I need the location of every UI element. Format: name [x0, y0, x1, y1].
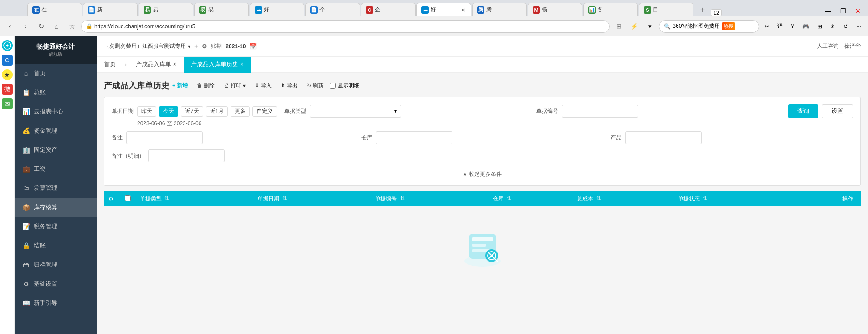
col-type[interactable]: 单据类型 ⇅ — [135, 191, 253, 206]
settings-button[interactable]: 设置 — [822, 104, 853, 118]
print-dropdown[interactable]: ▾ — [243, 82, 246, 89]
col-status-sort[interactable]: ⇅ — [703, 195, 707, 202]
company-selector[interactable]: （勿删勿禁用）江西服宝测试专用 ▾ — [104, 42, 190, 50]
grid-icon[interactable]: ⊞ — [815, 22, 825, 31]
number-input[interactable] — [562, 105, 638, 118]
game-icon[interactable]: 🎮 — [800, 22, 812, 31]
add-button[interactable]: + 新增 — [169, 81, 190, 91]
col-status[interactable]: 单据状态 ⇅ — [673, 191, 791, 206]
tab-4[interactable]: 易 易 — [194, 3, 249, 16]
star-button[interactable]: ☆ — [66, 20, 78, 33]
sidebar-item-ledger[interactable]: 📋 总账 — [15, 83, 97, 102]
yuan-icon[interactable]: ¥ — [788, 22, 797, 31]
home-button[interactable]: ⌂ — [50, 20, 63, 33]
app-icon-main[interactable] — [2, 40, 13, 51]
sidebar-item-funds[interactable]: 💰 资金管理 — [15, 121, 97, 140]
tab-8[interactable]: ☁ 好 × — [416, 3, 471, 16]
col-checkbox[interactable] — [120, 191, 135, 206]
window-close[interactable]: ✕ — [852, 5, 864, 16]
tab-2[interactable]: 📄 新 — [83, 3, 138, 16]
sidebar-item-home[interactable]: ⌂ 首页 — [15, 64, 97, 83]
type-select[interactable]: ▾ — [310, 105, 401, 118]
col-number-sort[interactable]: ⇅ — [400, 195, 405, 202]
sidebar-item-basic[interactable]: ⚙ 基础设置 — [15, 274, 97, 293]
product-input[interactable] — [625, 131, 702, 144]
sidebar-item-invoice[interactable]: 🗂 发票管理 — [15, 179, 97, 198]
show-detail-checkbox-label[interactable]: 显示明细 — [330, 82, 360, 90]
lightning-button[interactable]: ⚡ — [628, 20, 641, 33]
scissors-icon[interactable]: ✂ — [762, 22, 772, 31]
tab-8-close[interactable]: × — [461, 5, 466, 15]
import-button[interactable]: ⬇ 导入 — [252, 81, 274, 91]
sidebar-item-inventory[interactable]: 📦 库存核算 — [15, 198, 97, 217]
warehouse-ellipsis[interactable]: … — [456, 134, 462, 141]
tab-7[interactable]: C 企 — [361, 3, 416, 16]
app-icon-red[interactable]: 微 — [2, 84, 13, 95]
tab-11[interactable]: 📊 各 — [583, 3, 638, 16]
remark-input[interactable] — [126, 131, 203, 144]
tab-1[interactable]: 在 在 — [27, 3, 82, 16]
breadcrumb-home[interactable]: 首页 — [97, 57, 123, 73]
add-company-button[interactable]: + — [194, 42, 198, 51]
date-btn-today[interactable]: 今天 — [159, 106, 178, 117]
search-bar[interactable]: 🔍 360智能抠图免费用 热搜 — [659, 20, 759, 33]
sidebar-item-fixed[interactable]: 🏢 固定资产 — [15, 140, 97, 159]
col-date-sort[interactable]: ⇅ — [282, 195, 287, 202]
dropdown-button[interactable]: ▾ — [643, 20, 656, 33]
app-icon-mail[interactable]: ✉ — [2, 98, 13, 109]
breadcrumb-list-tab[interactable]: 产成品入库单 × — [128, 57, 184, 73]
sidebar-item-reports[interactable]: 📊 云报表中心 — [15, 102, 97, 121]
query-button[interactable]: 查询 — [788, 104, 818, 118]
window-minimize[interactable]: — — [821, 5, 835, 16]
tab-9[interactable]: 腾 腾 — [472, 3, 527, 16]
refresh-button[interactable]: ↻ 刷新 — [304, 81, 326, 91]
export-button[interactable]: ⬆ 导出 — [278, 81, 300, 91]
refresh-button[interactable]: ↻ — [35, 20, 47, 33]
tab-10[interactable]: M 畅 — [528, 3, 582, 16]
collapse-button[interactable]: ∧ 收起更多条件 — [112, 168, 853, 178]
select-all-checkbox[interactable] — [125, 195, 131, 201]
forward-button[interactable]: › — [19, 20, 32, 33]
date-btn-more[interactable]: 更多 — [231, 106, 250, 117]
col-total-cost-sort[interactable]: ⇅ — [596, 195, 601, 202]
sidebar-item-more[interactable]: 📖 新手引导 — [15, 293, 97, 313]
product-ellipsis[interactable]: … — [705, 134, 711, 141]
col-gear[interactable]: ⚙ — [104, 191, 120, 206]
settings-browser-icon[interactable]: ⋯ — [853, 22, 864, 31]
date-btn-custom[interactable]: 自定义 — [252, 106, 277, 117]
new-tab-button[interactable]: + — [696, 4, 709, 16]
col-warehouse[interactable]: 仓库 ⇅ — [488, 191, 573, 206]
translate-icon[interactable]: 译 — [775, 21, 786, 31]
sun-icon[interactable]: ☀ — [827, 22, 838, 31]
url-bar[interactable]: 🔒 https://cloud.chanjet.com/accounting/u… — [81, 20, 610, 33]
print-button[interactable]: 🖨 打印 ▾ — [221, 81, 248, 91]
window-restore[interactable]: ❐ — [837, 5, 850, 16]
tab-3[interactable]: 易 易 — [139, 3, 193, 16]
date-btn-1month[interactable]: 近1月 — [206, 106, 228, 117]
col-total-cost[interactable]: 总成本 ⇅ — [572, 191, 673, 206]
grid-menu-button[interactable]: ⊞ — [612, 20, 625, 33]
sidebar-item-archive[interactable]: 🗃 归档管理 — [15, 255, 97, 274]
delete-button[interactable]: 🗑 删除 — [194, 81, 217, 91]
app-icon-blue[interactable]: C — [2, 55, 13, 66]
breadcrumb-history-tab[interactable]: 产成品入库单历史 × — [184, 57, 251, 73]
sidebar-item-salary[interactable]: 💼 工资 — [15, 159, 97, 179]
user-service-button[interactable]: 人工咨询 — [817, 42, 839, 50]
date-btn-7days[interactable]: 近7天 — [181, 106, 203, 117]
show-detail-checkbox[interactable] — [330, 83, 336, 89]
calendar-icon[interactable]: 📅 — [249, 43, 257, 50]
tab-5[interactable]: ☁ 好 — [250, 3, 304, 16]
col-type-sort[interactable]: ⇅ — [164, 195, 169, 202]
sidebar-item-close[interactable]: 🔒 结账 — [15, 236, 97, 255]
date-btn-yesterday[interactable]: 昨天 — [137, 106, 156, 117]
back-button[interactable]: ‹ — [4, 20, 16, 33]
settings-icon[interactable]: ⚙ — [202, 43, 207, 50]
warehouse-input[interactable] — [376, 131, 452, 144]
col-warehouse-sort[interactable]: ⇅ — [507, 195, 511, 202]
sidebar-item-tax[interactable]: 📝 税务管理 — [15, 217, 97, 236]
app-icon-star[interactable]: ★ — [2, 69, 13, 80]
tab-12[interactable]: S 目 — [639, 3, 693, 16]
col-date[interactable]: 单据日期 ⇅ — [253, 191, 370, 206]
tab-6[interactable]: 📄 个 — [305, 3, 360, 16]
col-number[interactable]: 单据编号 ⇅ — [370, 191, 488, 206]
